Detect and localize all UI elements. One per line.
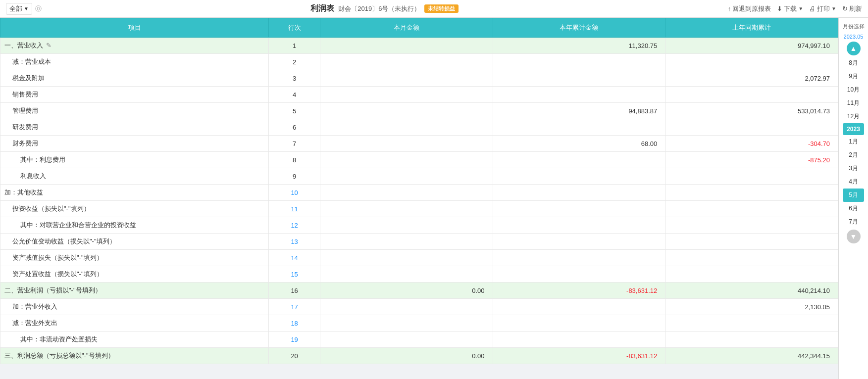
chevron-down-icon: ▼ (24, 6, 29, 11)
table-cell-rownum: 19 (269, 332, 320, 348)
refresh-button[interactable]: ↻ 刷新 (842, 4, 862, 13)
table-cell-item: 其中：利息费用 (0, 152, 269, 168)
table-cell-item: 一、营业收入✎ (0, 38, 269, 54)
table-cell-prev (665, 54, 838, 70)
table-cell-month (320, 250, 493, 266)
table-cell-year: -83,631.12 (493, 348, 665, 364)
header-row: 行次 (269, 18, 320, 38)
header-item: 项目 (0, 18, 269, 38)
month-item[interactable]: 12月 (843, 110, 864, 123)
month-item[interactable]: 10月 (843, 83, 864, 96)
download-button[interactable]: ⬇ 下载 ▼ (777, 4, 803, 13)
table-cell-year (493, 299, 665, 315)
month-item[interactable]: 2月 (843, 148, 864, 162)
table-cell-prev (665, 332, 838, 348)
table-cell-prev (665, 217, 838, 234)
table-cell-item: 加：其他收益 (0, 185, 269, 201)
table-cell-prev: 974,997.10 (665, 38, 838, 54)
table-cell-item: 税金及附加 (0, 70, 269, 87)
status-badge: 未结转损益 (424, 4, 459, 13)
month-item[interactable]: 11月 (843, 96, 864, 110)
table-cell-month (320, 299, 493, 315)
table-cell-rownum: 13 (269, 234, 320, 250)
table-cell-rownum: 5 (269, 103, 320, 119)
help-icon[interactable]: ⓪ (35, 4, 42, 13)
header-prev: 上年同期累计 (665, 18, 838, 38)
table-cell-prev: 440,214.10 (665, 283, 838, 299)
scroll-down-btn[interactable]: ▼ (847, 230, 861, 243)
table-cell-item: 利息收入 (0, 168, 269, 185)
table-area: 项目 行次 本月金额 本年累计金额 上年同期累计 一、营业收入✎111,320.… (0, 18, 838, 379)
table-cell-item: 财务费用 (0, 136, 269, 152)
all-selector[interactable]: 全部 ▼ (6, 3, 32, 15)
month-selector-title: 月份选择 (842, 20, 866, 33)
table-cell-item: 资产减值损失（损失以"-"填列） (0, 250, 269, 266)
table-cell-item: 资产处置收益（损失以"-"填列） (0, 266, 269, 283)
table-cell-prev: -875.20 (665, 152, 838, 168)
table-cell-prev (665, 250, 838, 266)
table-cell-year (493, 234, 665, 250)
table-cell-year (493, 54, 665, 70)
month-item[interactable]: 6月 (843, 202, 864, 215)
table-cell-year (493, 332, 665, 348)
month-item[interactable]: 3月 (843, 162, 864, 175)
table-cell-month (320, 217, 493, 234)
table-cell-rownum: 2 (269, 54, 320, 70)
table-cell-month (320, 168, 493, 185)
month-item[interactable]: 8月 (843, 56, 864, 70)
table-cell-prev (665, 234, 838, 250)
table-cell-year (493, 70, 665, 87)
table-cell-item: 加：营业外收入 (0, 299, 269, 315)
table-cell-item: 研发费用 (0, 119, 269, 136)
edit-icon[interactable]: ✎ (46, 42, 51, 49)
month-item[interactable]: 5月 (843, 189, 864, 202)
table-cell-month (320, 87, 493, 103)
month-item[interactable]: 4月 (843, 175, 864, 189)
table-cell-rownum: 9 (269, 168, 320, 185)
table-cell-year (493, 185, 665, 201)
table-cell-month (320, 103, 493, 119)
table-cell-rownum: 14 (269, 250, 320, 266)
table-cell-rownum: 8 (269, 152, 320, 168)
table-cell-month (320, 201, 493, 217)
table-cell-year (493, 250, 665, 266)
table-cell-prev (665, 266, 838, 283)
download-icon: ⬇ (777, 5, 782, 12)
table-cell-month (320, 332, 493, 348)
table-cell-year: 11,320.75 (493, 38, 665, 54)
table-cell-month: 0.00 (320, 348, 493, 364)
table-cell-prev (665, 315, 838, 332)
table-cell-prev (665, 201, 838, 217)
side-panel: 月份选择 2023.05 ▲ 8月9月10月11月12月20231月2月3月4月… (838, 18, 868, 379)
table-cell-month (320, 136, 493, 152)
top-bar: 全部 ▼ ⓪ 利润表 财会〔2019〕6号（未执行） 未结转损益 ↑ 回退到原报… (0, 0, 868, 18)
table-cell-prev (665, 168, 838, 185)
table-cell-item: 二、营业利润（亏损以"-"号填列） (0, 283, 269, 299)
table-cell-year (493, 152, 665, 168)
table-cell-rownum: 15 (269, 266, 320, 283)
month-item[interactable]: 9月 (843, 70, 864, 83)
table-cell-prev (665, 119, 838, 136)
table-cell-year (493, 217, 665, 234)
all-label: 全部 (9, 4, 22, 13)
back-icon: ↑ (728, 5, 731, 12)
table-cell-prev: 533,014.73 (665, 103, 838, 119)
table-cell-item: 其中：对联营企业和合营企业的投资收益 (0, 217, 269, 234)
scroll-up-btn[interactable]: ▲ (847, 42, 861, 55)
month-item[interactable]: 7月 (843, 215, 864, 229)
print-button[interactable]: 🖨 打印 ▼ (809, 4, 836, 13)
table-cell-rownum: 16 (269, 283, 320, 299)
table-cell-rownum: 7 (269, 136, 320, 152)
table-cell-month (320, 152, 493, 168)
table-cell-item: 投资收益（损失以"-"填列） (0, 201, 269, 217)
table-cell-item: 管理费用 (0, 103, 269, 119)
table-cell-rownum: 17 (269, 299, 320, 315)
back-button[interactable]: ↑ 回退到原报表 (728, 4, 771, 13)
table-cell-year (493, 201, 665, 217)
table-cell-item: 减：营业成本 (0, 54, 269, 70)
table-cell-prev (665, 87, 838, 103)
month-item[interactable]: 1月 (843, 135, 864, 148)
month-item[interactable]: 2023 (843, 123, 864, 135)
table-cell-rownum: 1 (269, 38, 320, 54)
report-subtitle: 财会〔2019〕6号（未执行） (338, 4, 420, 13)
